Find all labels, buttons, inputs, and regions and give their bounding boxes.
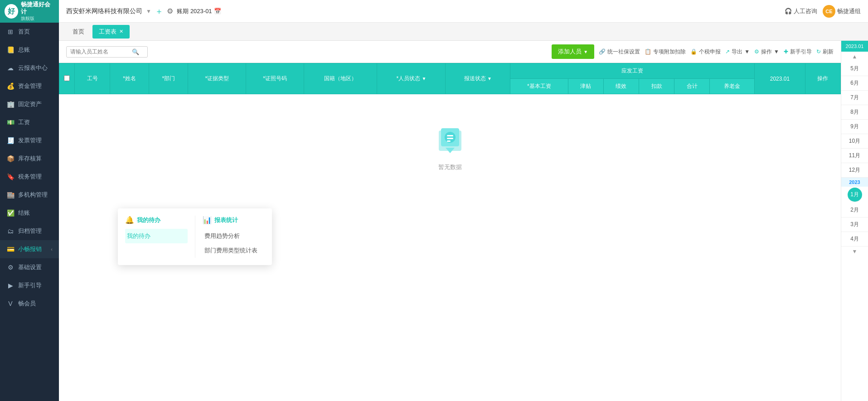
sidebar-item-cloud-reports[interactable]: ☁ 云报表中心 xyxy=(0,59,59,77)
month-item-5[interactable]: 5月 xyxy=(841,62,868,76)
month-item-3[interactable]: 3月 xyxy=(841,217,868,232)
sidebar-item-invoice[interactable]: 🧾 发票管理 xyxy=(0,131,59,150)
col-person-status: *人员状态 ▼ xyxy=(377,63,446,94)
sidebar-item-basic[interactable]: ⚙ 基础设置 xyxy=(0,258,59,276)
svg-rect-4 xyxy=(447,138,453,139)
month-scroll-up[interactable]: ▲ xyxy=(841,52,868,62)
svg-rect-5 xyxy=(447,140,451,142)
sidebar-item-ledger[interactable]: 📒 总账 xyxy=(0,41,59,59)
month-panel-header: 2023.01 xyxy=(841,41,868,52)
export-action[interactable]: ↗ 导出 ▼ xyxy=(725,48,750,56)
new-guide-icon: ✚ xyxy=(784,48,788,55)
period-label: 账期 2023-01 📅 xyxy=(177,7,221,15)
app-title: 畅捷通好会计 xyxy=(21,1,54,15)
search-input[interactable] xyxy=(70,48,129,55)
logo: 好 畅捷通好会计 旗舰版 xyxy=(0,0,59,23)
add-company-button[interactable]: ＋ xyxy=(155,6,163,17)
month-item-2[interactable]: 2月 xyxy=(841,203,868,217)
sidebar-item-xiaochang[interactable]: 💳 小畅报销 ‹ xyxy=(0,240,59,258)
filter-icon[interactable]: ▼ xyxy=(422,76,426,81)
select-all-checkbox[interactable] xyxy=(59,63,75,94)
avatar: CE xyxy=(823,5,835,18)
company-name: 西安虾米网络科技有限公司 xyxy=(66,7,142,15)
sidebar-item-member[interactable]: V 畅会员 xyxy=(0,295,59,313)
sidebar-item-guide[interactable]: ▶ 新手引导 xyxy=(0,276,59,295)
operate-action[interactable]: ⚙ 操作 ▼ xyxy=(754,48,779,56)
month-scroll-down[interactable]: ▼ xyxy=(841,246,868,256)
sub-col-pension: 养老金 xyxy=(710,79,755,94)
sidebar: 好 畅捷通好会计 旗舰版 ⊞ 首页 📒 总账 ☁ 云报表中心 💰 资金管理 🏢 … xyxy=(0,0,59,401)
svg-rect-3 xyxy=(447,135,453,136)
tabbar: 首页 工资表 ✕ xyxy=(59,23,868,41)
home-icon: ⊞ xyxy=(6,28,15,35)
guide-icon: ▶ xyxy=(6,282,15,289)
member-icon: V xyxy=(6,300,15,307)
popup-divider xyxy=(195,216,195,258)
refresh-action[interactable]: ↻ 刷新 xyxy=(816,48,834,56)
month-item-10[interactable]: 10月 xyxy=(841,134,868,149)
dropdown-arrow-icon: ▼ xyxy=(583,49,588,54)
popup-section-reports-title: 📊 报表统计 xyxy=(203,216,265,224)
sidebar-item-inventory[interactable]: 📦 库存核算 xyxy=(0,150,59,168)
popup-item-dept-cost[interactable]: 部门费用类型统计表 xyxy=(203,243,265,258)
checkbox-all[interactable] xyxy=(64,75,70,81)
sidebar-item-multi-org[interactable]: 🏬 多机构管理 xyxy=(0,186,59,204)
special-deduction-action[interactable]: 📋 专项附加扣除 xyxy=(645,48,686,56)
sidebar-item-settle[interactable]: ✅ 结账 xyxy=(0,204,59,222)
new-guide-action[interactable]: ✚ 新手引导 xyxy=(784,48,812,56)
tab-salary[interactable]: 工资表 ✕ xyxy=(92,25,130,39)
month-item-11[interactable]: 11月 xyxy=(841,149,868,163)
sidebar-item-tax[interactable]: 🔖 税务管理 xyxy=(0,168,59,186)
topbar-right: 🎧 人工咨询 CE 畅捷通组 xyxy=(785,5,861,18)
sidebar-item-salary[interactable]: 💵 工资 xyxy=(0,113,59,131)
popup-item-my-todo[interactable]: 我的待办 xyxy=(125,229,188,243)
calendar-icon[interactable]: 📅 xyxy=(214,8,221,14)
sidebar-item-archive[interactable]: 🗂 归档管理 xyxy=(0,222,59,240)
tax-report-action[interactable]: 🔒 个税申报 xyxy=(690,48,721,56)
col-report-status: 报送状态 ▼ xyxy=(446,63,510,94)
sub-col-deduct: 扣款 xyxy=(639,79,674,94)
topbar: 西安虾米网络科技有限公司 ▼ ＋ ⚙ 账期 2023-01 📅 🎧 人工咨询 C… xyxy=(59,0,868,23)
xiaochang-icon: 💳 xyxy=(6,246,15,253)
operate-icon: ⚙ xyxy=(754,48,759,55)
month-item-1[interactable]: 1月 xyxy=(848,188,862,202)
month-item-6[interactable]: 6月 xyxy=(841,76,868,91)
popup-item-cost-trend[interactable]: 费用趋势分析 xyxy=(203,229,265,243)
add-person-button[interactable]: 添加人员 ▼ xyxy=(552,44,594,59)
ledger-icon: 📒 xyxy=(6,46,15,53)
month-item-9[interactable]: 9月 xyxy=(841,120,868,134)
funds-icon: 💰 xyxy=(6,82,15,90)
search-icon[interactable]: 🔍 xyxy=(132,48,139,55)
month-item-8[interactable]: 8月 xyxy=(841,105,868,120)
sub-col-allowance: 津贴 xyxy=(568,79,603,94)
special-deduction-icon: 📋 xyxy=(645,48,651,55)
headset-icon: 🎧 xyxy=(785,8,792,14)
tab-home[interactable]: 首页 xyxy=(66,25,91,39)
sidebar-item-home[interactable]: ⊞ 首页 xyxy=(0,23,59,41)
user-area[interactable]: CE 畅捷通组 xyxy=(823,5,861,18)
settle-icon: ✅ xyxy=(6,209,15,217)
toolbar-actions: 添加人员 ▼ 🔗 统一社保设置 📋 专项附加扣除 🔒 个税申报 xyxy=(552,44,834,59)
month-item-12[interactable]: 12月 xyxy=(841,163,868,178)
company-dropdown-arrow[interactable]: ▼ xyxy=(146,8,151,14)
report-filter-icon[interactable]: ▼ xyxy=(487,76,492,81)
sidebar-item-funds[interactable]: 💰 资金管理 xyxy=(0,77,59,95)
main-area: 西安虾米网络科技有限公司 ▼ ＋ ⚙ 账期 2023-01 📅 🎧 人工咨询 C… xyxy=(59,0,868,401)
operate-dropdown-icon: ▼ xyxy=(774,48,779,55)
social-security-action[interactable]: 🔗 统一社保设置 xyxy=(599,48,640,56)
support-button[interactable]: 🎧 人工咨询 xyxy=(785,7,817,15)
sidebar-item-fixed-assets[interactable]: 🏢 固定资产 xyxy=(0,95,59,113)
month-item-4[interactable]: 4月 xyxy=(841,232,868,246)
invoice-icon: 🧾 xyxy=(6,137,15,144)
col-number: 工号 xyxy=(75,63,110,94)
month-item-7[interactable]: 7月 xyxy=(841,91,868,105)
refresh-icon: ↻ xyxy=(816,48,821,55)
company-settings-icon[interactable]: ⚙ xyxy=(167,7,173,15)
salary-icon: 💵 xyxy=(6,119,15,126)
tab-close-salary[interactable]: ✕ xyxy=(119,29,123,34)
popup-section-todo: 🔔 我的待办 我的待办 xyxy=(125,216,188,258)
app-subtitle: 旗舰版 xyxy=(21,15,54,22)
search-box: 🔍 xyxy=(66,46,148,58)
tax-report-icon: 🔒 xyxy=(690,48,697,55)
multi-org-icon: 🏬 xyxy=(6,191,15,198)
